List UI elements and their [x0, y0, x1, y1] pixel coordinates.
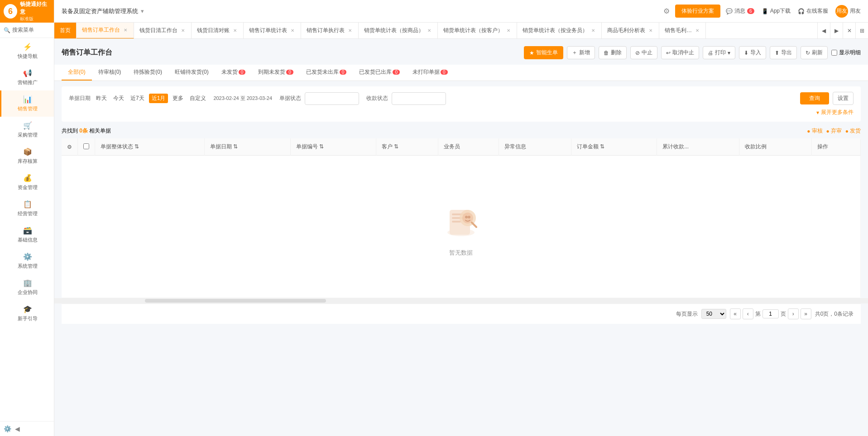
- page-label: 第: [755, 310, 761, 318]
- tab-sales-stat-close[interactable]: ✕: [290, 27, 295, 34]
- expand-row: ▾ 展开更多条件: [69, 109, 854, 116]
- tab-home[interactable]: 首页: [54, 23, 77, 39]
- tab-sale-staff-close[interactable]: ✕: [590, 27, 596, 34]
- expand-conditions-button[interactable]: ▾ 展开更多条件: [816, 109, 854, 116]
- date-option-1month[interactable]: 近1月: [149, 94, 168, 103]
- sidebar-item-sales[interactable]: 📊 销售管理: [0, 90, 54, 117]
- filter-tab-unshipped[interactable]: 未发货0: [215, 65, 252, 81]
- search-area: 单据日期 昨天 今天 近7天 近1月 更多 自定义 2023-02-24 至 2…: [62, 86, 861, 122]
- date-option-yesterday[interactable]: 昨天: [94, 94, 109, 103]
- tab-sale-goods-close[interactable]: ✕: [427, 27, 432, 34]
- sidebar-item-finance[interactable]: 💰 资金管理: [0, 169, 54, 195]
- filter-tab-audit[interactable]: 待审核(0): [92, 65, 128, 81]
- status-label: 单据状态: [279, 95, 301, 102]
- page-size-select[interactable]: 50 100 200: [701, 309, 726, 319]
- tab-sales-exec-close[interactable]: ✕: [347, 27, 353, 34]
- settings-icon[interactable]: ⚙️: [4, 425, 11, 432]
- tab-sales-order[interactable]: 销售订单工作台 ✕: [77, 23, 134, 39]
- app-download-button[interactable]: 📱 App下载: [762, 7, 791, 15]
- page-prev-button[interactable]: ‹: [743, 308, 753, 319]
- ship-action-button[interactable]: ● 发货: [845, 127, 861, 135]
- date-option-7days[interactable]: 近7天: [129, 94, 146, 103]
- tab-sale-customer-close[interactable]: ✕: [506, 27, 511, 34]
- date-option-custom[interactable]: 自定义: [188, 94, 208, 103]
- tab-sales-exec[interactable]: 销售订单执行表 ✕: [301, 23, 359, 39]
- tab-cash-reconcile-close[interactable]: ✕: [232, 27, 238, 34]
- tab-cash-daily[interactable]: 钱货日清工作台 ✕: [134, 23, 192, 39]
- sidebar-search[interactable]: 🔍 搜索菜单: [0, 23, 54, 38]
- tab-profit-close[interactable]: ✕: [648, 27, 653, 34]
- page-next-button[interactable]: ›: [788, 308, 799, 319]
- status-select[interactable]: [305, 92, 359, 105]
- filter-tab-inspect[interactable]: 待拣验货(0): [127, 65, 168, 81]
- date-option-more[interactable]: 更多: [171, 94, 185, 103]
- tab-sale-staff[interactable]: 销货单统计表（按业务员） ✕: [517, 23, 602, 39]
- sidebar-item-guide[interactable]: 🎓 新手引导: [0, 300, 54, 327]
- cancel-audit-action-button[interactable]: ● 弃审: [826, 127, 842, 135]
- tab-close-all-button[interactable]: ✕: [843, 23, 855, 39]
- message-button[interactable]: 💬 消息 6: [726, 7, 754, 15]
- filter-tab-all[interactable]: 全部(0): [62, 65, 92, 81]
- online-service-button[interactable]: 🎧 在线客服: [798, 7, 828, 15]
- tab-sales-profit-close[interactable]: ✕: [695, 27, 700, 34]
- export-button[interactable]: ⬆ 导出: [770, 46, 797, 59]
- scrollbar-thumb[interactable]: [145, 299, 326, 303]
- cancel-stop-button[interactable]: ↩ 取消中止: [661, 46, 699, 59]
- sidebar-item-marketing[interactable]: 📢 营销推广: [0, 64, 54, 90]
- gear-icon[interactable]: ⚙: [663, 7, 670, 15]
- sidebar-item-quick-nav[interactable]: ⚡ 快捷导航: [0, 38, 54, 64]
- col-settings[interactable]: ⚙: [62, 138, 78, 156]
- horizontal-scrollbar[interactable]: [54, 298, 868, 303]
- result-actions: ● 审核 ● 弃审 ● 发货: [807, 127, 861, 135]
- filter-tab-wangpu[interactable]: 旺铺待发货(0): [168, 65, 215, 81]
- tab-cash-reconcile[interactable]: 钱货日清对账 ✕: [192, 23, 244, 39]
- tab-sale-goods[interactable]: 销货单统计表（按商品） ✕: [359, 23, 438, 39]
- filter-tab-shipped-not-out[interactable]: 已发货未出库0: [300, 65, 353, 81]
- user-profile[interactable]: 用友 用友: [835, 5, 861, 18]
- collapse-icon[interactable]: ◀: [15, 425, 20, 432]
- print-button[interactable]: 🖨 打印 ▾: [703, 46, 735, 59]
- trial-button[interactable]: 体验行业方案: [675, 5, 720, 18]
- audit-action-button[interactable]: ● 审核: [807, 127, 822, 135]
- settings-button[interactable]: 设置: [833, 92, 854, 105]
- sidebar-item-inventory[interactable]: 📦 库存核算: [0, 143, 54, 169]
- page-first-button[interactable]: «: [730, 308, 741, 319]
- sidebar-item-purchase[interactable]: 🛒 采购管理: [0, 117, 54, 143]
- page-last-button[interactable]: »: [801, 308, 811, 319]
- stop-button[interactable]: ⊘ 中止: [630, 46, 657, 59]
- col-customer[interactable]: 客户 ⇅: [376, 138, 438, 156]
- page-number-input[interactable]: [762, 309, 779, 318]
- tab-profit[interactable]: 商品毛利分析表 ✕: [602, 23, 659, 39]
- tab-sales-order-close[interactable]: ✕: [123, 27, 128, 33]
- tab-sales-stat[interactable]: 销售订单统计表 ✕: [244, 23, 301, 39]
- show-detail-checkbox[interactable]: 显示明细: [831, 49, 861, 57]
- query-button[interactable]: 查询: [800, 92, 829, 104]
- select-all-checkbox[interactable]: [83, 143, 89, 149]
- col-number[interactable]: 单据编号 ⇅: [290, 138, 376, 156]
- smart-create-button[interactable]: ★ 智能生单: [524, 46, 563, 59]
- sidebar-item-basic[interactable]: 🗃️ 基础信息: [0, 222, 54, 248]
- sidebar-item-operation[interactable]: 📋 经营管理: [0, 195, 54, 222]
- tab-expand-button[interactable]: ⊞: [855, 23, 868, 39]
- payment-select[interactable]: [392, 92, 446, 105]
- col-date[interactable]: 单据日期 ⇅: [205, 138, 290, 156]
- add-button[interactable]: ＋ 新增: [567, 46, 595, 59]
- tab-sales-profit[interactable]: 销售毛利… ✕: [659, 23, 706, 39]
- tab-sale-customer[interactable]: 销货单统计表（按客户） ✕: [438, 23, 517, 39]
- tab-next-button[interactable]: ▶: [830, 23, 843, 39]
- delete-button[interactable]: 🗑 删除: [599, 46, 627, 59]
- show-detail-input[interactable]: [831, 50, 837, 56]
- col-status[interactable]: 单据整体状态 ⇅: [95, 138, 205, 156]
- sidebar-item-enterprise[interactable]: 🏢 企业协同: [0, 274, 54, 300]
- filter-tab-unprinted[interactable]: 未打印单据0: [406, 65, 454, 81]
- filter-tab-shipped-out[interactable]: 已发货已出库0: [353, 65, 406, 81]
- sidebar-logo: 6 畅捷通好生意 标准版: [0, 0, 54, 23]
- filter-tab-overdue[interactable]: 到期未发货0: [252, 65, 300, 81]
- date-option-today[interactable]: 今天: [111, 94, 126, 103]
- tab-cash-daily-close[interactable]: ✕: [180, 27, 186, 34]
- tab-prev-button[interactable]: ◀: [817, 23, 830, 39]
- import-button[interactable]: ⬇ 导入: [739, 46, 766, 59]
- sidebar-item-system[interactable]: ⚙️ 系统管理: [0, 248, 54, 274]
- col-amount[interactable]: 订单金额 ⇅: [571, 138, 657, 156]
- refresh-button[interactable]: ↻ 刷新: [801, 46, 828, 59]
